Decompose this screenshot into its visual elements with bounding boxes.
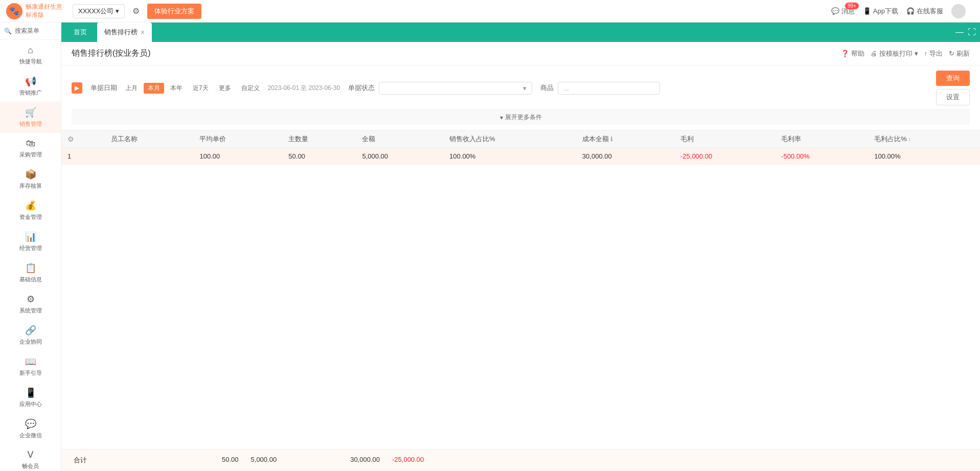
column-settings-icon[interactable]: ⚙ — [67, 135, 74, 143]
tab-maximize-button[interactable]: ⛶ — [968, 28, 976, 37]
sidebar-item-marketing[interactable]: 📢 营销推广 — [0, 71, 61, 102]
goods-select[interactable]: ... — [558, 82, 660, 95]
table-header: ⚙ 员工名称 平均单价 主数量 — [61, 130, 980, 148]
avatar[interactable] — [951, 4, 966, 18]
footer-gross: -25,000.00 — [386, 454, 430, 467]
tab-sales-ranking[interactable]: 销售排行榜 × — [97, 23, 152, 42]
company-select[interactable]: XXXXX公司 ▾ — [73, 4, 125, 18]
trial-button[interactable]: 体验行业方案 — [147, 4, 201, 19]
sidebar-item-label: 库存核算 — [19, 182, 42, 190]
filter-row: ▶ 单据日期 上月 本月 本年 近7天 更多 自定义 — [72, 71, 970, 105]
query-button[interactable]: 查询 — [936, 71, 970, 86]
logo-icon: 🐾 — [6, 3, 22, 19]
right-actions: 查询 设置 — [936, 71, 970, 105]
sidebar-item-system[interactable]: ⚙ 系统管理 — [0, 288, 61, 320]
export-button[interactable]: ↑ 导出 — [924, 49, 943, 58]
table-footer: 合计 50.00 5,000.00 30,000.00 -25,000.00 — [61, 449, 980, 471]
inventory-icon: 📦 — [25, 169, 36, 180]
th-gross-rate: 毛利率 — [775, 130, 868, 148]
tab-bar-right: — ⛶ — [955, 28, 980, 37]
table-header-row: ⚙ 员工名称 平均单价 主数量 — [61, 130, 980, 148]
logo-area: 🐾 畅康通好生意 标准版 — [6, 3, 62, 19]
app-download-button[interactable]: 📱 App下载 — [863, 7, 898, 16]
th-name: 员工名称 — [105, 130, 194, 148]
status-dropdown-icon: ▾ — [523, 84, 527, 92]
date-tab-custom[interactable]: 自定义 — [237, 83, 264, 94]
sidebar-item-guide[interactable]: 📖 新手引导 — [0, 351, 61, 382]
top-bar: 🐾 畅康通好生意 标准版 XXXXX公司 ▾ ⚙ 体验行业方案 💬 消息 99+… — [0, 0, 980, 23]
status-filter-label: 单据状态 — [348, 83, 375, 93]
main-area: 🔍 搜索菜单 ⌂ 快捷导航 📢 营销推广 🛒 销售管理 🛍 采购管理 📦 — [0, 23, 980, 471]
sidebar-item-operations[interactable]: 📊 经营管理 — [0, 226, 61, 257]
sidebar-item-home[interactable]: ⌂ 快捷导航 — [0, 40, 61, 71]
cell-amount: 5,000.00 — [356, 148, 443, 165]
sidebar-item-inventory[interactable]: 📦 库存核算 — [0, 164, 61, 195]
cost-info-icon[interactable]: ℹ — [610, 136, 613, 143]
tab-close-button[interactable]: × — [141, 29, 145, 36]
content-area: 首页 销售排行榜 × — ⛶ 销售排行榜(按业务员) ❓ — [61, 23, 980, 471]
settings-button[interactable]: 设置 — [936, 89, 970, 105]
finance-icon: 💰 — [25, 200, 36, 211]
sidebar-item-finance[interactable]: 💰 资金管理 — [0, 195, 61, 226]
status-filter: 单据状态 ▾ — [348, 82, 532, 95]
footer-sales-pct — [283, 454, 344, 467]
sidebar-item-wechat[interactable]: 💬 企业微信 — [0, 413, 61, 444]
sidebar-item-enterprise[interactable]: 🔗 企业协同 — [0, 320, 61, 351]
sidebar-item-label: 营销推广 — [19, 89, 42, 97]
sidebar-item-label: 畅会员 — [22, 462, 39, 470]
refresh-button[interactable]: ↻ 刷新 — [949, 49, 970, 58]
gross-pct-sort-icon[interactable]: ↕ — [908, 137, 911, 142]
sidebar-item-label: 资金管理 — [19, 213, 42, 221]
help-button[interactable]: ❓ 帮助 — [841, 49, 864, 58]
date-filter: 单据日期 上月 本月 本年 近7天 更多 自定义 2023-06-01 至 20… — [90, 83, 340, 94]
help-icon: ❓ — [841, 50, 849, 57]
print-button[interactable]: 🖨 按模板打印 ▾ — [871, 49, 918, 58]
home-icon: ⌂ — [28, 45, 33, 56]
page-content: 销售排行榜(按业务员) ❓ 帮助 🖨 按模板打印 ▾ ↑ — [61, 42, 980, 471]
filter-area: ▶ 单据日期 上月 本月 本年 近7天 更多 自定义 — [61, 65, 980, 130]
filter-collapse-button[interactable]: ▶ — [72, 82, 82, 94]
print-dropdown-icon: ▾ — [915, 50, 918, 57]
page-title: 销售排行榜(按业务员) — [72, 48, 151, 59]
expand-row: ▾ 展开更多条件 — [72, 109, 970, 125]
sidebar-item-label: 经营管理 — [19, 244, 42, 252]
sidebar: 🔍 搜索菜单 ⌂ 快捷导航 📢 营销推广 🛒 销售管理 🛍 采购管理 📦 — [0, 23, 61, 471]
message-button[interactable]: 💬 消息 99+ — [831, 7, 855, 16]
goods-filter-label: 商品 — [540, 83, 554, 93]
sales-icon: 🛒 — [25, 107, 36, 118]
sidebar-search[interactable]: 🔍 搜索菜单 — [0, 23, 61, 40]
filter-right-actions: 查询 设置 — [936, 71, 970, 105]
cell-index: 1 — [61, 148, 105, 165]
sidebar-item-basic-info[interactable]: 📋 基础信息 — [0, 257, 61, 288]
top-bar-left: 🐾 畅康通好生意 标准版 XXXXX公司 ▾ ⚙ 体验行业方案 — [6, 3, 201, 19]
date-tab-more[interactable]: 更多 — [215, 83, 235, 94]
operations-icon: 📊 — [25, 231, 36, 242]
cell-gross: -25,000.00 — [674, 148, 775, 165]
cell-main-qty: 50.00 — [282, 148, 356, 165]
sidebar-item-sales[interactable]: 🛒 销售管理 — [0, 102, 61, 133]
th-main-qty: 主数量 — [282, 130, 356, 148]
tab-label: 销售排行榜 — [104, 28, 138, 37]
expand-conditions-button[interactable]: ▾ 展开更多条件 — [72, 109, 970, 125]
sidebar-item-app-center[interactable]: 📱 应用中心 — [0, 382, 61, 413]
table-body: 1 100.00 50.00 5,000.00 100.00% 30,000.0… — [61, 148, 980, 165]
footer-cells: 合计 50.00 5,000.00 30,000.00 -25,000.00 — [67, 454, 974, 467]
date-tab-this-month[interactable]: 本月 — [144, 83, 164, 94]
tab-bar: 首页 销售排行榜 × — ⛶ — [61, 23, 980, 42]
export-icon: ↑ — [924, 50, 928, 57]
date-tab-last-month[interactable]: 上月 — [121, 83, 142, 94]
basic-info-icon: 📋 — [25, 262, 36, 274]
tab-home[interactable]: 首页 — [65, 23, 95, 42]
refresh-icon: ↻ — [949, 50, 954, 57]
tab-minimize-button[interactable]: — — [955, 28, 964, 37]
date-tab-this-year[interactable]: 本年 — [166, 83, 187, 94]
marketing-icon: 📢 — [25, 76, 36, 87]
expand-icon: ▾ — [500, 114, 503, 121]
status-select[interactable]: ▾ — [379, 82, 532, 95]
sidebar-item-purchase[interactable]: 🛍 采购管理 — [0, 133, 61, 164]
gear-button[interactable]: ⚙ — [129, 4, 143, 18]
sidebar-item-member[interactable]: V 畅会员 — [0, 444, 61, 471]
date-tab-7days[interactable]: 近7天 — [189, 83, 213, 94]
online-service-button[interactable]: 🎧 在线客服 — [906, 7, 943, 16]
cell-gross-pct: 100.00% — [868, 148, 980, 165]
